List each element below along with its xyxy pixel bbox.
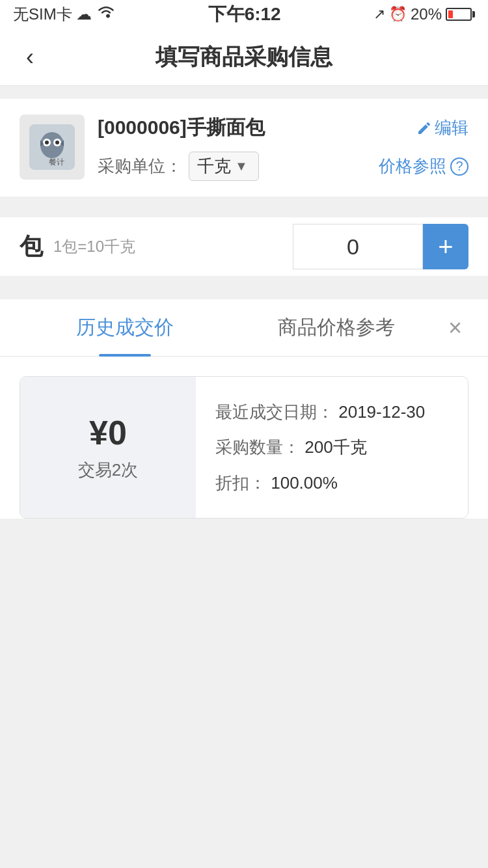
product-logo-icon: 餐计 (29, 124, 75, 170)
svg-point-4 (45, 141, 49, 144)
unit-big-label: 包 (20, 231, 43, 263)
status-bar: 无SIM卡 ☁ 下午6:12 ↗ ⏰ 20% (0, 0, 488, 29)
section-divider (0, 197, 488, 207)
unit-selector-group: 采购单位： 千克 ▼ (98, 152, 259, 181)
battery-icon (446, 8, 475, 21)
carrier-label: 无SIM卡 ☁ (13, 4, 92, 25)
purchase-qty-row: 采购数量： 200千克 (215, 435, 448, 459)
page-title: 填写商品采购信息 (156, 42, 332, 72)
quantity-label-group: 包 1包=10千克 (20, 231, 135, 263)
product-info: [0000006]手撕面包 编辑 采购单位： 千克 ▼ (98, 115, 468, 181)
tab-active-indicator (99, 354, 151, 357)
tabs-section: 历史成交价 商品价格参考 × ¥0 交易2次 最近成交日期： 2019-12-3… (0, 299, 488, 519)
svg-point-1 (40, 132, 64, 158)
nav-bar: ‹ 填写商品采购信息 (0, 29, 488, 86)
product-name: [0000006]手撕面包 (98, 115, 265, 141)
svg-text:餐计: 餐计 (49, 157, 64, 167)
edit-button[interactable]: 编辑 (416, 116, 468, 139)
status-right: ↗ ⏰ 20% (373, 5, 475, 23)
quantity-plus-button[interactable]: + (423, 224, 468, 269)
recent-date-row: 最近成交日期： 2019-12-30 (215, 400, 448, 424)
transaction-right-panel: 最近成交日期： 2019-12-30 采购数量： 200千克 折扣： 100.0… (196, 377, 468, 518)
tab-history-price[interactable]: 历史成交价 (20, 299, 230, 357)
product-header: 餐计 [0000006]手撕面包 编辑 采购单位： 千克 (20, 115, 468, 181)
purchase-qty-label: 采购数量： (215, 437, 300, 457)
tabs-header: 历史成交价 商品价格参考 × (0, 299, 488, 357)
transaction-price: ¥0 (89, 413, 127, 452)
dropdown-arrow-icon: ▼ (235, 159, 248, 174)
tab-close-button[interactable]: × (442, 308, 468, 348)
price-reference-button[interactable]: 价格参照 ? (379, 155, 468, 178)
section-divider-2 (0, 276, 488, 286)
battery-percent: 20% (411, 5, 442, 23)
purchase-unit-row: 采购单位： 千克 ▼ 价格参照 ? (98, 152, 468, 181)
transaction-count: 交易2次 (78, 459, 138, 481)
status-left: 无SIM卡 ☁ (13, 4, 115, 25)
discount-value: 100.00% (271, 473, 338, 493)
product-title-row: [0000006]手撕面包 编辑 (98, 115, 468, 141)
purchase-qty-value: 200千克 (305, 437, 366, 457)
quantity-input-group[interactable]: + (293, 224, 468, 269)
recent-date-label: 最近成交日期： (215, 402, 334, 422)
svg-point-5 (55, 141, 59, 144)
product-thumbnail: 餐计 (20, 115, 85, 180)
edit-icon (416, 120, 432, 136)
transaction-card: ¥0 交易2次 最近成交日期： 2019-12-30 采购数量： 200千克 折… (20, 376, 468, 519)
quantity-input[interactable] (293, 224, 423, 269)
product-card: 餐计 [0000006]手撕面包 编辑 采购单位： 千克 (0, 99, 488, 197)
back-button[interactable]: ‹ (20, 37, 40, 77)
location-icon: ↗ (373, 6, 385, 23)
alarm-icon: ⏰ (389, 6, 407, 23)
bottom-space (0, 538, 488, 868)
time-display: 下午6:12 (208, 2, 281, 27)
discount-label: 折扣： (215, 473, 266, 493)
unit-dropdown[interactable]: 千克 ▼ (189, 152, 259, 181)
discount-row: 折扣： 100.00% (215, 471, 448, 495)
help-circle-icon: ? (450, 157, 468, 176)
transaction-left-panel: ¥0 交易2次 (20, 377, 196, 518)
purchase-unit-label: 采购单位： (98, 155, 182, 178)
wifi-icon (97, 5, 115, 23)
quantity-section: 包 1包=10千克 + (0, 217, 488, 276)
unit-sub-label: 1包=10千克 (53, 236, 135, 257)
tab-product-price-ref[interactable]: 商品价格参考 (230, 299, 441, 357)
recent-date-value: 2019-12-30 (338, 402, 425, 422)
